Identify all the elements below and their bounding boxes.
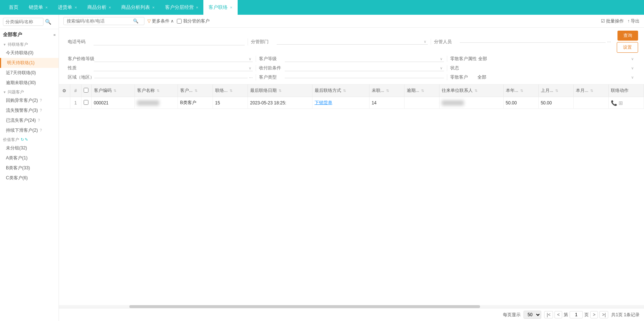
th-contacts[interactable]: 联络... ⇅ <box>213 84 248 97</box>
next-page-btn[interactable]: > <box>590 311 598 318</box>
th-code[interactable]: 客户编码 ⇅ <box>91 84 134 97</box>
filter-dept-select[interactable]: ∨ <box>277 39 428 45</box>
td-overdue <box>404 97 439 109</box>
sort-icon: ⇅ <box>590 89 593 93</box>
refresh-icon[interactable]: ↻ <box>21 137 24 142</box>
nav-item-product-analysis-list[interactable]: 商品分析列表 × <box>116 0 160 15</box>
edit-icon[interactable]: ✎ <box>25 137 28 142</box>
sidebar-item-repurchase-abnormal[interactable]: 回购异常客户(2) ? <box>0 96 59 106</box>
filter-retail-attr-select[interactable]: 全部 ∨ <box>477 55 635 63</box>
sidebar-item-class-c[interactable]: C类客户(6) <box>0 173 59 183</box>
filter-customer-type-select[interactable] <box>285 76 444 78</box>
close-icon[interactable]: × <box>74 5 77 10</box>
filter-row-2: 客户价格等级 ∨ 客户等级 ∨ 零散客户属性 全部 ∨ <box>65 55 638 63</box>
row-checkbox[interactable] <box>84 100 88 105</box>
sidebar-item-declining[interactable]: 持续下滑客户(2) ? <box>0 125 59 135</box>
th-contact-person[interactable]: 往来单位联系人 ⇅ <box>439 84 503 97</box>
filter-payment-select[interactable]: ∨ <box>285 65 444 71</box>
nav-item-customer-tier[interactable]: 客户分层经营 × <box>160 0 203 15</box>
th-not-contacted[interactable]: 未联... ⇅ <box>369 84 404 97</box>
query-button[interactable]: 查询 <box>617 31 638 41</box>
close-icon[interactable]: × <box>45 5 48 10</box>
my-customers-checkbox[interactable]: 我分管的客户 <box>177 18 210 24</box>
th-this-year[interactable]: 本年... ⇅ <box>503 84 538 97</box>
th-last-date[interactable]: 最后联络日期 ⇅ <box>248 84 312 97</box>
filter-customer-level-select[interactable]: ∨ <box>285 56 444 62</box>
th-overdue[interactable]: 逾期... ⇅ <box>404 84 439 97</box>
filter-phone-input[interactable] <box>94 38 245 45</box>
last-method-link[interactable]: 下销货单 <box>315 100 332 105</box>
my-customers-check-input[interactable] <box>177 19 182 24</box>
sidebar-search-input[interactable] <box>3 18 43 26</box>
sidebar-item-tomorrow[interactable]: 明天待联络(1) <box>0 58 59 68</box>
sidebar-item-churned[interactable]: 已流失客户(24) ? <box>0 115 59 125</box>
nav-item-product-analysis[interactable]: 商品分析 × <box>82 0 116 15</box>
nav-home[interactable]: 首页 <box>4 0 24 15</box>
th-checkbox[interactable] <box>81 84 91 97</box>
sidebar-item-overdue[interactable]: 逾期未联络(30) <box>0 78 59 88</box>
close-icon[interactable]: × <box>152 5 154 10</box>
search-input[interactable] <box>67 18 133 24</box>
last-page-btn[interactable]: >| <box>599 311 608 318</box>
th-this-month[interactable]: 本月... ⇅ <box>573 84 608 97</box>
td-checkbox[interactable] <box>81 97 91 109</box>
nav-item-customer-contact[interactable]: 客户联络 × <box>203 0 237 15</box>
th-name[interactable]: 客户名称 ⇅ <box>134 84 178 97</box>
sidebar-item-class-b[interactable]: B类客户(33) <box>0 163 59 173</box>
filter-region-dots[interactable]: ··· <box>249 75 253 80</box>
table-row: 1 000021 B类客户 15 2023-05-23 18:25: 下销货单 … <box>59 97 644 109</box>
sidebar-search-icon[interactable]: 🔍 <box>45 19 51 25</box>
close-icon[interactable]: × <box>109 5 111 10</box>
filter-manager-dots[interactable]: ··· <box>607 39 611 44</box>
sidebar-item-class-a[interactable]: A类客户(1) <box>0 153 59 163</box>
chevron-down-icon: ∨ <box>249 66 251 70</box>
select-all-checkbox[interactable] <box>84 88 88 93</box>
search-icon[interactable]: 🔍 <box>133 18 139 24</box>
close-icon[interactable]: × <box>230 5 232 10</box>
filter-price-select[interactable]: ∨ <box>94 56 253 62</box>
scrollbar-thumb[interactable] <box>129 305 480 308</box>
batch-op-btn[interactable]: ☑ 批量操作 <box>601 18 624 24</box>
filter-panel: 电话号码 分管部门 ∨ 分管人员 ··· 查询 设置 <box>59 28 644 84</box>
sort-icon: ⇅ <box>343 89 346 93</box>
filter-row-1: 电话号码 分管部门 ∨ 分管人员 ··· 查询 设置 <box>65 31 638 53</box>
th-gear[interactable]: ⚙ <box>59 84 70 97</box>
toolbar-right: ☑ 批量操作 ↑ 导出 <box>601 18 640 24</box>
th-type[interactable]: 客户... ⇅ <box>178 84 213 97</box>
export-btn[interactable]: ↑ 导出 <box>627 18 640 24</box>
filter-manager-label: 分管人员 <box>434 39 460 45</box>
filter-retail-customer-select[interactable]: 全部 ∨ <box>476 73 635 81</box>
filter-customer-type: 客户类型 <box>256 74 447 80</box>
grid-icon[interactable]: ⊞ <box>619 100 623 106</box>
filter-status: 状态 ∨ <box>447 65 638 71</box>
table-header-row: ⚙ # 客户编码 ⇅ 客户名称 ⇅ 客户... ⇅ <box>59 84 644 97</box>
chevron-down-icon: ∨ <box>249 57 251 61</box>
prev-page-btn[interactable]: < <box>554 311 562 318</box>
sidebar-item-7days[interactable]: 近7天待联络(0) <box>0 68 59 78</box>
page-input[interactable] <box>570 311 583 318</box>
th-last-month[interactable]: 上月... ⇅ <box>538 84 573 97</box>
sidebar-item-churn-warning[interactable]: 流失预警客户(3) ? <box>0 106 59 115</box>
filter-manager: 分管人员 ··· <box>431 39 614 45</box>
td-last-method[interactable]: 下销货单 <box>312 97 369 109</box>
close-icon[interactable]: × <box>196 5 198 10</box>
th-last-method[interactable]: 最后联络方式 ⇅ <box>312 84 369 97</box>
filter-status-select[interactable]: ∨ <box>476 65 635 71</box>
nav-item-purchase[interactable]: 进货单 × <box>53 0 82 15</box>
nav-item-sales[interactable]: 销货单 × <box>24 0 53 15</box>
page-size-select[interactable]: 50 <box>524 311 541 319</box>
sort-icon: ⇅ <box>475 89 477 93</box>
set-button[interactable]: 设置 <box>617 42 638 53</box>
first-page-btn[interactable]: |< <box>544 311 553 318</box>
filter-gender-select[interactable]: ∨ <box>94 65 253 71</box>
sort-icon: ⇅ <box>520 89 523 93</box>
sidebar-all-customers[interactable]: 全部客户 « <box>0 29 59 40</box>
horizontal-scrollbar[interactable] <box>59 305 644 308</box>
phone-icon[interactable]: 📞 <box>611 100 617 106</box>
sidebar-item-today[interactable]: 今天待联络(0) <box>0 48 59 58</box>
sidebar-item-ungrouped[interactable]: 未分组(32) <box>0 143 59 153</box>
filter-price-label: 客户价格等级 <box>68 56 94 62</box>
filter-more-btn[interactable]: ▽ 更多条件 ∧ <box>147 18 174 24</box>
filter-manager-select[interactable] <box>460 41 606 43</box>
filter-region-select[interactable] <box>94 76 248 78</box>
